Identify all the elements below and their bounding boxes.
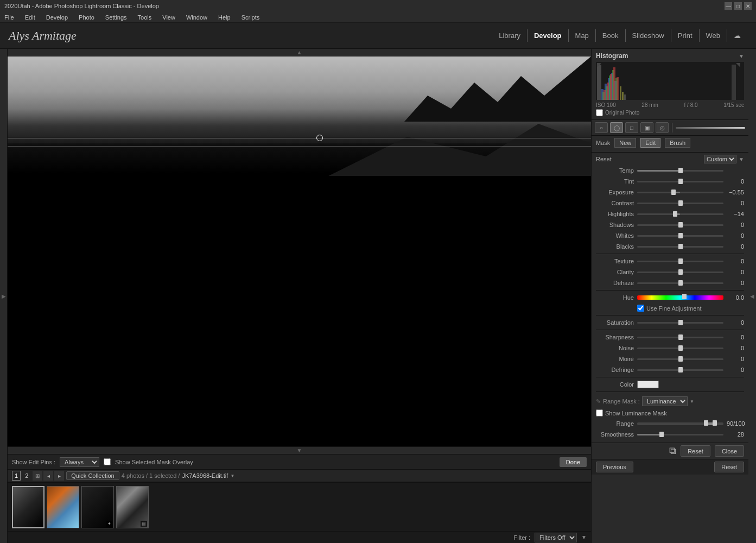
slider-thumb-moire[interactable]: [678, 356, 683, 362]
slider-thumb-tint[interactable]: [678, 179, 683, 184]
slider-thumb-defringe[interactable]: [678, 367, 683, 372]
preset-dropdown-arrow[interactable]: ▼: [739, 156, 744, 162]
menu-window[interactable]: Window: [184, 13, 209, 22]
slider-thumb-noise[interactable]: [678, 345, 683, 351]
slider-track-blacks[interactable]: [637, 246, 723, 248]
right-panel-toggle[interactable]: ◀: [748, 49, 756, 543]
nav-prev-btn[interactable]: ◂: [43, 471, 53, 481]
previous-btn[interactable]: Previous: [596, 462, 633, 472]
grid-view-btn[interactable]: ⊞: [33, 471, 42, 481]
slider-thumb-dehaze[interactable]: [678, 280, 683, 286]
slider-thumb-saturation[interactable]: [678, 320, 683, 325]
slider-track-hue[interactable]: [637, 295, 723, 300]
mask-edit-btn[interactable]: Edit: [640, 138, 660, 148]
done-button[interactable]: Done: [560, 457, 587, 467]
slider-track-noise[interactable]: [637, 348, 723, 349]
slider-track-moire[interactable]: [637, 358, 723, 360]
slider-thumb-sharpness[interactable]: [678, 334, 683, 340]
view-num-2[interactable]: 2: [23, 471, 30, 480]
tool-circle[interactable]: ◯: [610, 122, 623, 133]
menu-tools[interactable]: Tools: [136, 13, 154, 22]
slider-thumb-highlights[interactable]: [673, 211, 677, 217]
range-slider-thumb-r[interactable]: [713, 420, 717, 426]
filmstrip-thumb-2[interactable]: [47, 486, 79, 528]
nav-reset-btn[interactable]: Reset: [714, 462, 744, 472]
menu-develop[interactable]: Develop: [44, 13, 70, 22]
minimize-button[interactable]: —: [725, 2, 732, 10]
bottom-strip[interactable]: ▼: [8, 446, 591, 454]
slider-track-tint[interactable]: [637, 181, 723, 182]
nav-develop[interactable]: Develop: [528, 29, 569, 42]
maximize-button[interactable]: □: [734, 2, 742, 10]
menu-photo[interactable]: Photo: [77, 13, 97, 22]
slider-track-smoothness[interactable]: [637, 434, 723, 435]
view-num-1[interactable]: 1: [12, 471, 21, 481]
edit-pins-dropdown[interactable]: Always Never Selected: [60, 457, 99, 467]
nav-next-btn[interactable]: ▸: [54, 471, 64, 481]
original-photo-checkbox[interactable]: [596, 109, 603, 116]
reset-label[interactable]: Reset: [596, 156, 612, 162]
menu-help[interactable]: Help: [216, 13, 233, 22]
nav-map[interactable]: Map: [569, 29, 596, 42]
slider-thumb-clarity[interactable]: [678, 269, 683, 275]
nav-cloud[interactable]: ☁: [727, 29, 747, 42]
menu-edit[interactable]: Edit: [23, 13, 37, 22]
slider-track-dehaze[interactable]: [637, 282, 723, 284]
filmstrip-thumb-4[interactable]: ▤: [116, 486, 149, 528]
color-swatch[interactable]: [637, 381, 659, 388]
filmstrip-thumb-3[interactable]: ✦: [81, 486, 114, 528]
tool-rect[interactable]: □: [625, 122, 638, 133]
range-mask-arrow[interactable]: ▼: [690, 399, 694, 404]
tool-ellipse[interactable]: ◎: [656, 122, 669, 133]
panel-reset-btn[interactable]: Reset: [681, 445, 710, 457]
slider-thumb-temp[interactable]: [678, 168, 683, 173]
preset-dropdown[interactable]: Custom Default: [704, 155, 736, 163]
tool-brush-mask[interactable]: ○: [595, 122, 608, 133]
menu-scripts[interactable]: Scripts: [239, 13, 262, 22]
slider-track-exposure[interactable]: [637, 192, 723, 193]
slider-thumb-shadows[interactable]: [678, 222, 683, 228]
histogram-expand[interactable]: ▼: [739, 53, 744, 59]
nav-slideshow[interactable]: Slideshow: [626, 29, 671, 42]
nav-print[interactable]: Print: [671, 29, 700, 42]
slider-track-shadows[interactable]: [637, 224, 723, 226]
menu-settings[interactable]: Settings: [103, 13, 129, 22]
range-slider-thumb-l[interactable]: [704, 420, 708, 426]
slider-thumb-hue[interactable]: [682, 294, 687, 299]
range-mask-dropdown[interactable]: Luminance Color None: [642, 396, 688, 406]
slider-track-whites[interactable]: [637, 235, 723, 237]
filmstrip-thumb-1[interactable]: [12, 486, 45, 528]
slider-thumb-whites[interactable]: [678, 233, 683, 238]
menu-file[interactable]: File: [2, 13, 16, 22]
slider-track-clarity[interactable]: [637, 272, 723, 273]
quick-collection-btn[interactable]: Quick Collection: [66, 471, 119, 480]
slider-thumb-smoothness[interactable]: [659, 432, 664, 437]
slider-track-saturation[interactable]: [637, 322, 723, 324]
menu-view[interactable]: View: [160, 13, 177, 22]
collection-filename[interactable]: JK7A3968-Edit.tif: [182, 472, 228, 479]
slider-thumb-exposure[interactable]: [671, 190, 676, 195]
crop-pin[interactable]: [316, 135, 323, 141]
nav-book[interactable]: Book: [596, 29, 626, 42]
fine-adjustment-checkbox[interactable]: [637, 305, 644, 312]
slider-track-sharpness[interactable]: [637, 337, 723, 338]
filename-dropdown-arrow[interactable]: ▼: [230, 473, 234, 478]
left-panel-toggle[interactable]: ▶: [0, 49, 8, 543]
slider-track-texture[interactable]: [637, 261, 723, 262]
close-button[interactable]: ✕: [744, 2, 752, 10]
nav-library[interactable]: Library: [492, 29, 528, 42]
mask-new-btn[interactable]: New: [614, 138, 636, 148]
slider-track-contrast[interactable]: [637, 203, 723, 204]
window-controls[interactable]: — □ ✕: [725, 2, 752, 10]
slider-track-highlights[interactable]: [637, 213, 723, 215]
tool-rect2[interactable]: ▣: [640, 122, 653, 133]
mask-overlay-checkbox[interactable]: [104, 458, 111, 465]
slider-thumb-blacks[interactable]: [678, 244, 683, 249]
filter-expand-arrow[interactable]: ▼: [581, 534, 587, 540]
range-mask-icon[interactable]: ✎: [596, 398, 601, 405]
mask-brush-btn[interactable]: Brush: [665, 138, 690, 148]
top-strip[interactable]: ▲: [8, 49, 591, 56]
slider-thumb-texture[interactable]: [678, 258, 683, 264]
filter-dropdown[interactable]: Filters Off Rated Flagged: [535, 533, 577, 542]
panel-close-btn[interactable]: Close: [715, 445, 744, 457]
